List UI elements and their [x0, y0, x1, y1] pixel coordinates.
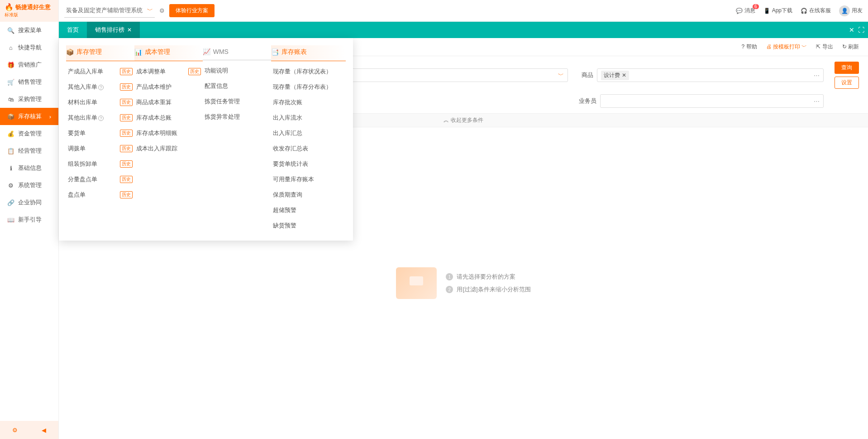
sidebar-item-finance[interactable]: 💰资金管理: [0, 125, 58, 142]
sidebar-item-operation[interactable]: 📋经营管理: [0, 142, 58, 159]
flyout-item[interactable]: 收发存汇总表: [271, 141, 346, 156]
gear-icon[interactable]: ⚙: [159, 7, 165, 14]
history-badge[interactable]: 历史: [120, 160, 133, 168]
close-icon[interactable]: ✕: [127, 27, 132, 33]
flyout-item[interactable]: 盘点单历史: [66, 187, 134, 203]
message-link[interactable]: 💬 消息 6: [736, 7, 755, 14]
history-badge[interactable]: 历史: [120, 176, 133, 183]
flyout-item[interactable]: 配置信息: [203, 78, 271, 94]
app-download-link[interactable]: 📱 App下载: [763, 7, 792, 14]
sidebar-item-search[interactable]: 🔍搜索菜单: [0, 22, 58, 39]
flyout-item[interactable]: 要货单统计表: [271, 156, 346, 172]
biz-input[interactable]: ⋯: [600, 94, 824, 108]
flyout-item[interactable]: 超储预警: [271, 203, 346, 218]
flyout-item[interactable]: 拣货任务管理: [203, 94, 271, 109]
flyout-item[interactable]: 出入库流水: [271, 110, 346, 125]
nav-label: 采购管理: [18, 95, 42, 103]
flyout-item-label: 可用量库存账本: [273, 175, 314, 183]
history-badge[interactable]: 历史: [120, 68, 133, 75]
flyout-item[interactable]: 成本调整单历史: [134, 64, 203, 79]
experience-button[interactable]: 体验行业方案: [169, 4, 215, 17]
flyout-item[interactable]: 保质期查询: [271, 187, 346, 203]
tab-sales-rank[interactable]: 销售排行榜 ✕: [87, 22, 140, 38]
flyout-item[interactable]: 现存量（库存状况表）: [271, 64, 346, 79]
sidebar-item-guide[interactable]: 📖新手引导: [0, 211, 58, 228]
sidebar-item-quicknav[interactable]: ⌂快捷导航: [0, 39, 58, 56]
close-all-icon[interactable]: ✕: [849, 26, 854, 34]
more-icon[interactable]: ⋯: [814, 72, 820, 79]
settings-button[interactable]: 设置: [835, 77, 859, 89]
history-badge[interactable]: 历史: [120, 130, 133, 137]
nav: 🔍搜索菜单 ⌂快捷导航 🎁营销推广 🛒销售管理 🛍采购管理 📦库存核算› 💰资金…: [0, 22, 58, 421]
flyout-item[interactable]: 出入库汇总: [271, 125, 346, 141]
print-link[interactable]: 🖨 按模板打印 ﹀: [766, 43, 807, 51]
help-link[interactable]: ? 帮助: [742, 43, 757, 51]
sidebar-item-sales[interactable]: 🛒销售管理: [0, 73, 58, 91]
flyout-item[interactable]: 成本出入库跟踪: [134, 141, 203, 156]
flyout-item[interactable]: 拣货异常处理: [203, 109, 271, 125]
user-menu[interactable]: 👤 用友: [839, 5, 863, 16]
flyout-item[interactable]: 库存成本总账: [134, 110, 203, 125]
flyout-item[interactable]: 要货单历史: [66, 125, 134, 141]
flyout-item[interactable]: 产品成本维护: [134, 79, 203, 95]
flyout-item[interactable]: 可用量库存账本: [271, 172, 346, 187]
history-badge[interactable]: 历史: [120, 114, 133, 121]
history-badge[interactable]: 历史: [120, 191, 133, 198]
filter-select-1[interactable]: ﹀: [324, 68, 568, 82]
settings-icon[interactable]: ⚙: [12, 427, 18, 434]
history-badge[interactable]: 历史: [120, 99, 133, 106]
flyout-item[interactable]: 其他入库单?历史: [66, 79, 134, 95]
logo: 🔥 畅捷通好生意: [5, 3, 54, 11]
flyout-item[interactable]: 调拨单历史: [66, 141, 134, 156]
flyout-item[interactable]: 产成品入库单历史: [66, 64, 134, 79]
history-badge[interactable]: 历史: [120, 145, 133, 152]
flyout-item-label: 组装拆卸单: [68, 160, 97, 168]
flyout-item[interactable]: 现存量（库存分布表）: [271, 79, 346, 95]
sidebar-item-basic[interactable]: ℹ基础信息: [0, 159, 58, 177]
step-num-icon: 1: [446, 273, 453, 280]
flyout-item-label: 出入库汇总: [273, 129, 302, 137]
flyout-item[interactable]: 功能说明: [203, 63, 271, 78]
sidebar-item-purchase[interactable]: 🛍采购管理: [0, 91, 58, 108]
export-link[interactable]: ⇱ 导出: [816, 43, 833, 51]
cart-icon: 🛒: [7, 78, 14, 86]
flyout-item[interactable]: 材料出库单历史: [66, 95, 134, 110]
collapse-icon[interactable]: ◀: [42, 427, 46, 434]
tabbar-actions: ✕ ⛶: [849, 26, 868, 34]
flyout-item-label: 调拨单: [68, 145, 86, 153]
product-tag: 设计费✕: [601, 71, 629, 80]
product-input[interactable]: 设计费✕ ⋯: [597, 68, 824, 82]
flyout-item[interactable]: 商品成本重算: [134, 95, 203, 110]
history-badge[interactable]: 历史: [120, 83, 133, 91]
nav-label: 资金管理: [18, 130, 42, 138]
flyout-item[interactable]: 库存批次账: [271, 95, 346, 110]
flyout-header-inventory: 📦库存管理: [66, 45, 134, 61]
tab-home[interactable]: 首页: [59, 22, 87, 38]
sidebar-item-marketing[interactable]: 🎁营销推广: [0, 56, 58, 73]
empty-illustration: [396, 267, 437, 299]
clipboard-icon: 📋: [7, 147, 14, 154]
fullscreen-icon[interactable]: ⛶: [858, 26, 864, 34]
online-service-link[interactable]: 🎧 在线客服: [801, 7, 831, 14]
flyout-item[interactable]: 组装拆卸单历史: [66, 156, 134, 172]
flyout-item-label: 库存成本明细账: [136, 129, 177, 137]
sidebar-item-collab[interactable]: 🔗企业协同: [0, 194, 58, 211]
flyout-item[interactable]: 库存成本明细账: [134, 125, 203, 141]
query-button[interactable]: 查询: [835, 62, 859, 74]
biz-label: 业务员: [579, 97, 596, 105]
flyout-item-label: 库存批次账: [273, 98, 302, 106]
sidebar-item-system[interactable]: ⚙系统管理: [0, 177, 58, 194]
help-icon: ?: [742, 43, 745, 50]
refresh-icon: ↻: [842, 43, 847, 50]
flyout-item[interactable]: 分量盘点单历史: [66, 172, 134, 187]
flyout-item[interactable]: 其他出库单?历史: [66, 110, 134, 125]
history-badge[interactable]: 历史: [188, 68, 201, 75]
more-icon[interactable]: ⋯: [814, 98, 820, 105]
tag-close-icon[interactable]: ✕: [622, 72, 626, 78]
sidebar-bottom: ⚙ ◀: [0, 421, 58, 439]
flyout-item[interactable]: 缺货预警: [271, 218, 346, 233]
system-select[interactable]: 装备及固定资产辅助管理系统 ﹀: [64, 4, 155, 18]
flyout-item-label: 库存成本总账: [136, 114, 172, 122]
refresh-link[interactable]: ↻ 刷新: [842, 43, 859, 51]
sidebar-item-inventory[interactable]: 📦库存核算›: [0, 108, 58, 125]
